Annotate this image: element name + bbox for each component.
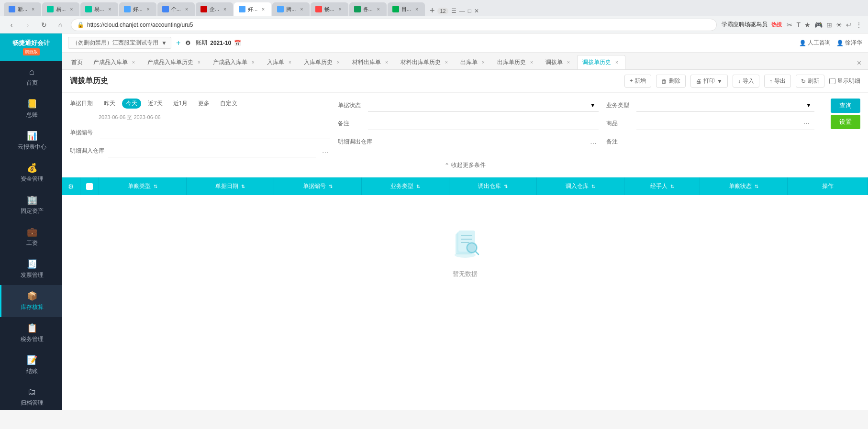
sidebar-item-archive[interactable]: 🗂 归档管理 [0, 381, 62, 410]
grid-icon[interactable]: ⊞ [826, 21, 832, 29]
app-tab-out-hist[interactable]: 出库单历史 × [492, 55, 540, 69]
date-btn-7days[interactable]: 近7天 [144, 99, 167, 109]
window-close-icon[interactable]: ✕ [474, 8, 479, 14]
browser-tab-close-4[interactable]: × [145, 6, 152, 12]
home-button[interactable]: ⌂ [55, 19, 66, 31]
date-btn-today[interactable]: 今天 [122, 99, 141, 109]
delete-button[interactable]: 🗑 删除 [656, 75, 686, 88]
sidebar-item-reports[interactable]: 📊 云报表中心 [0, 125, 62, 157]
date-btn-custom[interactable]: 自定义 [216, 99, 241, 109]
period-selector[interactable]: 账期 2021-10 📅 [196, 39, 241, 47]
remark-input[interactable] [368, 117, 598, 130]
goods-dots[interactable]: ··· [801, 119, 812, 128]
refresh-button[interactable]: ↻ 刷新 [796, 75, 824, 88]
app-tab-mat-out-hist[interactable]: 材料出库单历史 × [395, 55, 455, 69]
new-button[interactable]: + 新增 [624, 75, 651, 88]
browser-tab-close-2[interactable]: × [68, 6, 75, 12]
th-checkbox[interactable] [80, 177, 99, 195]
date-btn-1month[interactable]: 近1月 [169, 99, 192, 109]
app-tab-transfer-hist[interactable]: 调拨单历史 × [577, 55, 625, 69]
collapse-button[interactable]: ⌃ 收起更多条件 [445, 159, 486, 171]
biztype-select[interactable]: ▼ [636, 99, 814, 112]
browser-tab-close-5[interactable]: × [183, 6, 190, 12]
url-bar[interactable]: 🔒 https://cloud.chanjet.com/accounting/u… [71, 19, 717, 31]
new-tab-btn[interactable]: + [430, 6, 435, 16]
import-button[interactable]: ↓ 导入 [733, 75, 759, 88]
goods-select[interactable]: ··· [636, 117, 814, 130]
tab-menu-icon[interactable]: ☰ [451, 8, 456, 14]
table-select-all-checkbox[interactable] [86, 183, 93, 190]
filter-settings-button[interactable]: 设置 [831, 115, 860, 129]
app-tab-close-prod-in-hist[interactable]: × [196, 59, 202, 66]
page-close-icon[interactable]: × [854, 58, 864, 68]
sidebar-item-tax[interactable]: 📋 税务管理 [0, 317, 62, 349]
app-tab-close-mat-out-hist[interactable]: × [443, 59, 450, 66]
minimize-icon[interactable]: — [459, 8, 465, 14]
browser-tab-close-1[interactable]: × [30, 6, 36, 12]
browser-tab-5[interactable]: 个... × [157, 2, 195, 16]
undo-icon[interactable]: ↩ [846, 21, 852, 29]
browser-tab-close-7[interactable]: × [260, 6, 267, 12]
th-biz[interactable]: 业务类型 ⇅ [362, 177, 449, 195]
app-tab-transfer[interactable]: 调拨单 × [540, 55, 577, 69]
sun-icon[interactable]: ☀ [836, 21, 842, 29]
back-button[interactable]: ‹ [6, 19, 17, 31]
sidebar-item-close[interactable]: 📝 结账 [0, 349, 62, 381]
show-all-input[interactable] [829, 78, 835, 84]
star-icon[interactable]: ★ [804, 21, 811, 29]
browser-tab-9[interactable]: 畅... × [311, 2, 348, 16]
table-gear-icon[interactable]: ⚙ [68, 183, 74, 190]
company-selector[interactable]: （勿删勿禁用）江西服宝测试专用 ▼ [68, 37, 171, 49]
status-select[interactable]: ▼ [368, 99, 598, 112]
app-tab-close-in-bill[interactable]: × [287, 59, 293, 66]
th-type[interactable]: 单账类型 ⇅ [99, 177, 187, 195]
app-tab-close-out-hist[interactable]: × [528, 59, 535, 66]
browser-tab-10[interactable]: 各... × [349, 2, 387, 16]
th-out-wh[interactable]: 调出仓库 ⇅ [449, 177, 537, 195]
app-tab-close-out-bill[interactable]: × [480, 59, 487, 66]
th-in-wh[interactable]: 调入仓库 ⇅ [537, 177, 624, 195]
app-tab-prod-in-hist[interactable]: 产成品入库单历史 × [142, 55, 208, 69]
browser-tab-close-8[interactable]: × [298, 6, 305, 12]
translate-icon[interactable]: T [796, 21, 801, 29]
show-all-checkbox[interactable]: 显示明细 [829, 77, 860, 85]
close-page-btn[interactable]: × [854, 58, 864, 69]
app-tab-home[interactable]: 首页 [66, 55, 88, 69]
sidebar-item-assets[interactable]: 🏢 固定资产 [0, 189, 62, 221]
user-btn[interactable]: 👤 徐泽华 [836, 39, 862, 47]
export-button[interactable]: ↑ 导出 [764, 75, 791, 88]
reload-button[interactable]: ↻ [38, 19, 50, 31]
app-tab-in-bill[interactable]: 入库单 × [262, 55, 299, 69]
game-icon[interactable]: 🎮 [814, 21, 823, 29]
browser-tab-close-10[interactable]: × [375, 6, 382, 12]
sidebar-logo[interactable]: 畅捷通好会计 旗舰版 [0, 33, 62, 61]
sidebar-item-inventory[interactable]: 📦 库存核算 [0, 285, 62, 317]
forward-button[interactable]: › [22, 19, 33, 31]
browser-tab-7[interactable]: 好... × [234, 2, 271, 16]
browser-tab-close-3[interactable]: × [107, 6, 113, 12]
company-settings-btn[interactable]: ⚙ [185, 39, 191, 46]
browser-tab-8[interactable]: 腾... × [272, 2, 310, 16]
app-tab-close-transfer[interactable]: × [565, 59, 572, 66]
app-tab-close-prod-in[interactable]: × [130, 59, 137, 66]
browser-tab-1[interactable]: 新... × [4, 2, 41, 16]
remark2-input[interactable] [636, 135, 814, 148]
app-tab-out-bill[interactable]: 出库单 × [455, 55, 492, 69]
browser-tab-2[interactable]: 易... × [42, 2, 79, 16]
sidebar-item-ledger[interactable]: 📒 总账 [0, 93, 62, 125]
app-tab-prod-in2[interactable]: 产成品入库单 × [208, 55, 262, 69]
maximize-icon[interactable]: □ [468, 8, 471, 14]
app-tab-close-in-hist[interactable]: × [335, 59, 342, 66]
docno-input[interactable] [100, 126, 330, 139]
browser-tab-3[interactable]: 易... × [80, 2, 118, 16]
add-company-btn[interactable]: + [176, 39, 180, 47]
th-no[interactable]: 单据编号 ⇅ [274, 177, 362, 195]
app-tab-close-transfer-hist[interactable]: × [613, 59, 620, 66]
print-button[interactable]: 🖨 打印 ▼ [690, 75, 728, 88]
app-tab-mat-out[interactable]: 材料出库单 × [347, 55, 395, 69]
scissors-icon[interactable]: ✂ [787, 21, 792, 29]
detail-in-dots[interactable]: ... [320, 146, 330, 155]
browser-tab-4[interactable]: 好... × [119, 2, 156, 16]
sidebar-item-payroll[interactable]: 💼 工资 [0, 221, 62, 253]
detail-out-dots[interactable]: ... [588, 137, 598, 146]
